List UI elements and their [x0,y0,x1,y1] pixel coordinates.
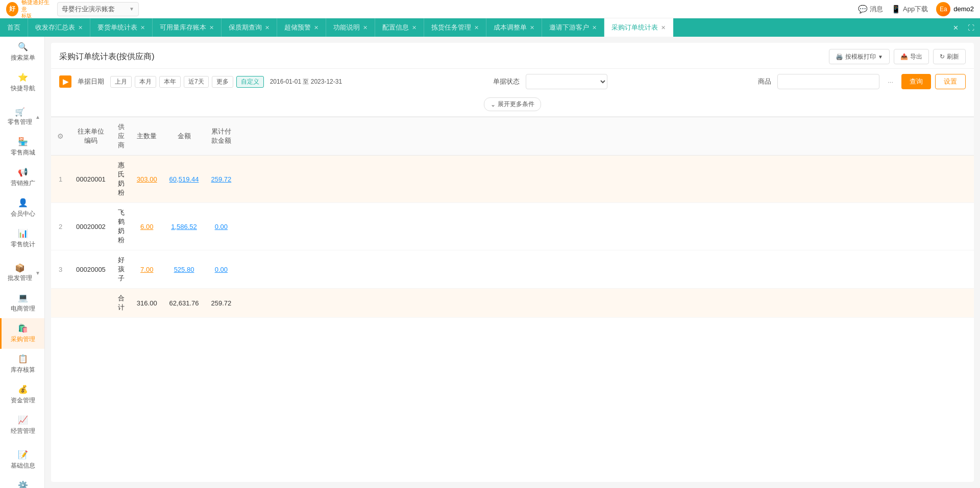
search-icon: 🔍 [18,42,28,52]
page-header: 采购订单统计表(按供应商) 🖨️ 按模板打印 ▼ 📤 导出 ↻ 刷新 [51,43,974,69]
close-tab-expiry[interactable]: ✕ [265,24,270,31]
date-shortcuts: 上月 本月 本年 近7天 更多 自定义 [110,76,264,88]
basic-info-icon: 📝 [18,450,28,459]
footer-amount: 62,631.76 [163,289,205,318]
qty-link-1[interactable]: 303.00 [137,175,157,183]
tab-close-btn[interactable]: ✕ [948,20,963,35]
export-btn[interactable]: 📤 导出 [894,49,929,64]
refresh-icon: ↻ [940,53,945,60]
query-btn[interactable]: 查询 [901,74,931,89]
more-filter-dots[interactable]: ··· [886,78,895,86]
close-tab-receive-summary[interactable]: ✕ [78,24,83,31]
close-tab-cost-adjust[interactable]: ✕ [530,24,534,31]
page-container: 采购订单统计表(按供应商) 🖨️ 按模板打印 ▼ 📤 导出 ↻ 刷新 [51,43,974,482]
sidebar-item-purchase[interactable]: 🛍️ 采购管理 [0,318,44,349]
amount-link-2[interactable]: 1,586.52 [171,223,197,230]
status-select[interactable] [526,74,607,89]
close-tab-function-desc[interactable]: ✕ [363,24,368,31]
tab-order-stat[interactable]: 要货单统计表 ✕ [90,18,153,37]
purchase-icon: 🛍️ [18,323,28,333]
col-qty: 主数量 [131,117,163,156]
paid-1: 259.72 [205,156,237,203]
supplier-2: 飞鹤奶粉 [112,203,131,250]
close-tab-overstock[interactable]: ✕ [314,24,318,31]
close-tab-config[interactable]: ✕ [412,24,416,31]
operation-icon: 📈 [18,415,28,425]
expand-more-btn[interactable]: ⌄ 展开更多条件 [484,97,541,111]
sidebar-item-system[interactable]: ⚙️ 系统管理 [0,475,44,488]
footer-label: 合计 [112,289,131,318]
tab-receive-summary[interactable]: 收发存汇总表 ✕ [28,18,90,37]
sidebar-item-operation[interactable]: 📈 经营管理 [0,410,44,441]
sidebar-item-finance[interactable]: 💰 资金管理 [0,379,44,410]
sidebar-item-retail-stat[interactable]: 📊 零售统计 [0,223,44,254]
tab-overstock[interactable]: 超储预警 ✕ [277,18,326,37]
wholesale-icon: 📦 [15,263,25,273]
tab-purchase-order-stat[interactable]: 采购订单统计表 ✕ [604,18,673,37]
sidebar-item-quick-nav[interactable]: ⭐ 快捷导航 [0,67,44,98]
qty-link-3[interactable]: 7.00 [140,266,153,273]
paid-link-2[interactable]: 0.00 [215,223,228,230]
refresh-btn[interactable]: ↻ 刷新 [933,49,966,64]
paid-3: 0.00 [205,250,237,289]
workspace-selector[interactable]: 母婴行业演示账套 ▼ [57,2,139,16]
col-paid: 累计付款金额 [205,117,237,156]
goods-filter-input[interactable] [777,74,879,89]
sidebar-item-member[interactable]: 👤 会员中心 [0,193,44,223]
col-supplier: 供应商 [112,117,131,156]
tab-invite-downstream[interactable]: 邀请下游客户 ✕ [542,18,604,37]
sidebar-item-basic-info[interactable]: 📝 基础信息 [0,445,44,475]
amount-link-3[interactable]: 525.80 [174,266,194,273]
sidebar-item-search[interactable]: 🔍 搜索菜单 [0,37,44,67]
supplier-1: 惠氏奶粉 [112,156,131,203]
goods-filter-label: 商品 [758,77,771,86]
export-icon: 📤 [900,53,908,60]
page-title: 采购订单统计表(按供应商) [59,52,155,62]
logo-icon: 好 [6,2,18,16]
sidebar-item-marketing[interactable]: 📢 营销推广 [0,162,44,193]
top-bar: 好 畅捷通好生意 标版 母婴行业演示账套 ▼ 💬 消息 📱 App下载 Ea d… [0,0,980,18]
header-actions: 🖨️ 按模板打印 ▼ 📤 导出 ↻ 刷新 [829,49,966,64]
shortcut-last-month[interactable]: 上月 [110,76,132,88]
tab-cost-adjust[interactable]: 成本调整单 ✕ [486,18,542,37]
shortcut-this-month[interactable]: 本月 [135,76,156,88]
amount-3: 525.80 [163,250,205,289]
close-tab-pick-task[interactable]: ✕ [474,24,479,31]
col-extra [237,117,974,156]
tab-function-desc[interactable]: 功能说明 ✕ [326,18,375,37]
filter-toggle-btn[interactable]: ▶ [59,75,71,88]
table-gear-icon[interactable]: ⚙ [57,132,64,140]
shortcut-7-days[interactable]: 近7天 [184,76,209,88]
sidebar-item-inventory-check[interactable]: 📋 库存核算 [0,349,44,379]
tab-config[interactable]: 配置信息 ✕ [375,18,424,37]
close-tab-order-stat[interactable]: ✕ [140,24,145,31]
shortcut-this-year[interactable]: 本年 [159,76,181,88]
tab-home[interactable]: 首页 [0,18,28,37]
sidebar-item-retail-manage[interactable]: 🛒 零售管理 ▲ [0,102,44,132]
tab-inventory[interactable]: 可用量库存账本 ✕ [153,18,222,37]
qty-link-2[interactable]: 6.00 [140,223,153,230]
table-footer: 合计 316.00 62,631.76 259.72 [51,289,974,318]
retail-stat-icon: 📊 [18,228,28,238]
settings-btn[interactable]: 设置 [935,74,966,89]
close-tab-purchase-order-stat[interactable]: ✕ [661,24,666,31]
shortcut-more[interactable]: 更多 [212,76,233,88]
amount-link-1[interactable]: 60,519.44 [169,175,199,183]
sidebar-item-ecommerce[interactable]: 💻 电商管理 [0,288,44,318]
close-tab-inventory[interactable]: ✕ [209,24,214,31]
table-footer-row: 合计 316.00 62,631.76 259.72 [51,289,974,318]
user-area[interactable]: Ea demo2 [936,2,974,16]
paid-link-1[interactable]: 259.72 [211,175,231,183]
qty-1: 303.00 [131,156,163,203]
tab-maximize-btn[interactable]: ⛶ [964,20,978,35]
table-row: 3 00020005 好孩子 7.00 525.80 0.00 [51,250,974,289]
close-tab-invite-downstream[interactable]: ✕ [592,24,597,31]
tab-expiry[interactable]: 保质期查询 ✕ [222,18,277,37]
sidebar-item-retail-mall[interactable]: 🏪 零售商城 [0,132,44,162]
tab-pick-task[interactable]: 拣货任务管理 ✕ [424,18,486,37]
message-action[interactable]: 💬 消息 [858,5,883,14]
print-btn[interactable]: 🖨️ 按模板打印 ▼ [829,49,890,64]
paid-link-3[interactable]: 0.00 [215,266,228,273]
sidebar-item-wholesale[interactable]: 📦 批发管理 ▼ [0,258,44,288]
app-download-action[interactable]: 📱 App下载 [891,5,928,14]
